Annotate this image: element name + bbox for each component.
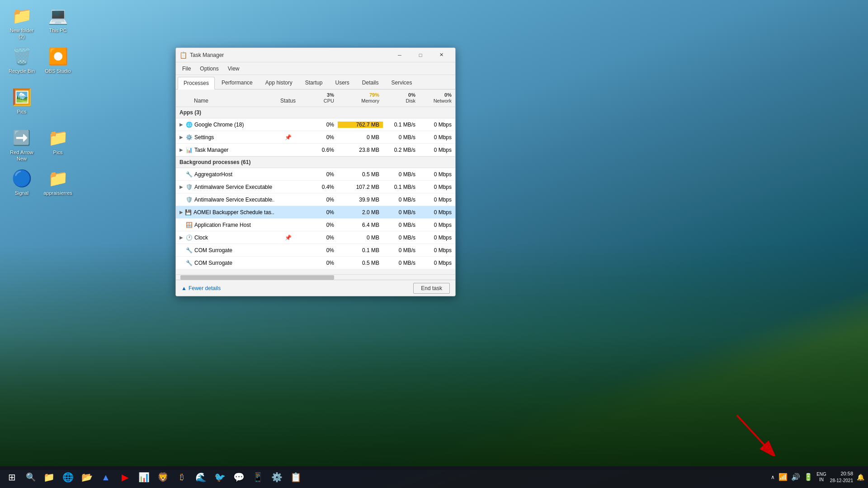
desktop-icon-label: Pics	[17, 108, 27, 115]
taskbar-brave[interactable]: 🦁	[154, 468, 172, 486]
maximize-button[interactable]: □	[410, 48, 431, 62]
row-chrome[interactable]: ▶ 🌐 Google Chrome (18) 0% 762.7 MB 0.1 M…	[176, 118, 455, 131]
expand-arrow[interactable]: ▶	[179, 210, 183, 215]
language-indicator[interactable]: ENG IN	[816, 472, 826, 483]
horizontal-scrollbar[interactable]	[176, 274, 455, 280]
tab-startup[interactable]: Startup	[299, 76, 329, 89]
end-task-button[interactable]: End task	[413, 283, 450, 294]
taskbar-whatsapp[interactable]: 📱	[249, 468, 267, 486]
row-app-frame-host[interactable]: 🪟 Application Frame Host 0% 6.4 MB 0 MB/…	[176, 219, 455, 231]
taskbar-chrome[interactable]: 🌐	[59, 468, 77, 486]
desktop-icon-red-arrow[interactable]: ➡️ Red ArrowNew	[4, 126, 40, 166]
tab-app-history[interactable]: App history	[259, 76, 298, 89]
expand-arrow[interactable]: ▶	[179, 184, 184, 189]
process-name: ▶ ⚙️ Settings	[176, 134, 274, 141]
tab-performance[interactable]: Performance	[216, 76, 259, 89]
process-name: 🪟 Application Frame Host	[176, 222, 274, 228]
col-header-status[interactable]: Status	[274, 97, 302, 105]
desktop-icon-new-folder[interactable]: 📁 New folder(2)	[4, 4, 40, 44]
disk-label: Disk	[387, 98, 415, 104]
desktop-icons: 📁 New folder(2) 💻 This PC 🗑️ Recycle Bin…	[4, 4, 76, 207]
desktop-icon-signal[interactable]: 🔵 Signal	[4, 166, 40, 207]
start-button[interactable]: ⊞	[4, 469, 20, 485]
row-antimalware1[interactable]: ▶ 🛡️ Antimalware Service Executable 0.4%…	[176, 181, 455, 193]
expand-arrow[interactable]: ▶	[179, 147, 184, 152]
tab-users[interactable]: Users	[329, 76, 355, 89]
desktop-icon-pics[interactable]: 🖼️ Pics	[4, 85, 40, 126]
desktop-icon-empty	[40, 85, 76, 126]
tm-app-icon: 📋	[179, 52, 187, 59]
close-button[interactable]: ✕	[431, 48, 452, 62]
taskbar-youtube[interactable]: ▶	[116, 468, 134, 486]
taskbar-explorer[interactable]: 📁	[40, 468, 58, 486]
row-clock[interactable]: ▶ 🕐 Clock 📌 0% 0 MB 0 MB/s 0 Mbps	[176, 231, 455, 244]
disk-cell: 0.2 MB/s	[383, 147, 419, 153]
memory-cell: 0 MB	[338, 134, 383, 141]
taskbar-messaging[interactable]: 💬	[230, 468, 248, 486]
memory-label: Memory	[341, 98, 379, 104]
battery-icon[interactable]: 🔋	[804, 473, 813, 481]
row-aggregator[interactable]: 🔧 AggregatorHost 0% 0.5 MB 0 MB/s 0 Mbps	[176, 168, 455, 181]
disk-pct: 0%	[387, 92, 415, 98]
memory-cell: 2.0 MB	[338, 209, 383, 216]
row-com-surrogate-2[interactable]: 🔧 COM Surrogate 0% 0.5 MB 0 MB/s 0 Mbps	[176, 257, 455, 269]
taskbar-twitter[interactable]: 🐦	[211, 468, 229, 486]
taskbar-edge[interactable]: 🌊	[192, 468, 210, 486]
col-header-name[interactable]: Name	[176, 97, 274, 105]
minimize-button[interactable]: ─	[389, 48, 410, 62]
process-icon: ⚙️	[186, 134, 193, 141]
expand-arrow[interactable]: ▶	[179, 135, 184, 140]
row-taskmanager[interactable]: ▶ 📊 Task Manager 0.6% 23.8 MB 0.2 MB/s 0…	[176, 144, 455, 156]
sound-icon[interactable]: 🔊	[791, 473, 800, 481]
taskbar-sheets[interactable]: 📊	[135, 468, 153, 486]
clock-display[interactable]: 20:58 28-12-2021	[830, 470, 853, 483]
row-settings[interactable]: ▶ ⚙️ Settings 📌 0% 0 MB 0 MB/s 0 Mbps	[176, 131, 455, 144]
col-header-disk[interactable]: 0% Disk	[383, 91, 419, 105]
search-button[interactable]: 🔍	[22, 468, 40, 486]
process-icon: 🛡️	[186, 184, 193, 190]
scrollbar-thumb[interactable]	[180, 275, 334, 280]
network-cell: 0 Mbps	[419, 260, 455, 266]
menu-options[interactable]: Options	[195, 62, 223, 75]
col-header-memory[interactable]: 79% Memory	[338, 91, 383, 105]
row-com-surrogate-1[interactable]: 🔧 COM Surrogate 0% 0.1 MB 0 MB/s 0 Mbps	[176, 244, 455, 257]
window-controls: ─ □ ✕	[389, 48, 452, 62]
expand-arrow[interactable]: ▶	[179, 122, 184, 127]
signal-icon: 🔵	[12, 169, 31, 188]
expand-arrow[interactable]: ▶	[179, 235, 184, 240]
taskbar-folder[interactable]: 📂	[78, 468, 96, 486]
fewer-details-button[interactable]: ▲ Fewer details	[181, 285, 221, 291]
row-aomei[interactable]: ▶ 💾 AOMEI Backupper Schedule tas... 0% 2…	[176, 206, 455, 219]
desktop-icon-this-pc[interactable]: 💻 This PC	[40, 4, 76, 44]
menu-view[interactable]: View	[223, 62, 244, 75]
process-name: ▶ 🛡️ Antimalware Service Executable	[176, 184, 274, 190]
network-cell: 0 Mbps	[419, 197, 455, 203]
desktop-icon-recycle-bin[interactable]: 🗑️ Recycle Bin	[4, 44, 40, 85]
disk-cell: 0 MB/s	[383, 247, 419, 253]
process-icon: 🌐	[186, 122, 193, 128]
col-header-cpu[interactable]: 3% CPU	[302, 91, 338, 105]
cpu-cell: 0%	[302, 235, 338, 241]
tab-details[interactable]: Details	[356, 76, 385, 89]
network-cell: 0 Mbps	[419, 147, 455, 153]
taskbar-drive[interactable]: ▲	[97, 468, 115, 486]
tray-chevron-icon[interactable]: ∧	[771, 474, 775, 480]
notification-icon[interactable]: 🔔	[857, 474, 864, 481]
desktop-icon-pics2[interactable]: 📁 Pics	[40, 126, 76, 166]
desktop-icon-appraisierres[interactable]: 📁 appraisierres	[40, 166, 76, 207]
process-list[interactable]: Apps (3) ▶ 🌐 Google Chrome (18) 0% 762.7…	[176, 107, 455, 274]
pics-icon: 🖼️	[12, 88, 31, 107]
network-icon[interactable]: 📶	[778, 473, 788, 481]
tab-processes[interactable]: Processes	[178, 77, 215, 89]
tab-services[interactable]: Services	[386, 76, 418, 89]
memory-cell: 762.7 MB	[338, 122, 383, 128]
cpu-pct: 3%	[305, 92, 334, 98]
desktop-icon-obs[interactable]: ⏺️ OBS Studio	[40, 44, 76, 85]
taskbar-settings[interactable]: ⚙️	[268, 468, 286, 486]
cpu-cell: 0%	[302, 222, 338, 228]
menu-file[interactable]: File	[178, 62, 195, 75]
taskbar-task-manager[interactable]: 📋	[287, 468, 305, 486]
col-header-network[interactable]: 0% Network	[419, 91, 455, 105]
row-antimalware2[interactable]: 🛡️ Antimalware Service Executable... 0% …	[176, 193, 455, 206]
taskbar-btc[interactable]: ₿	[173, 468, 191, 486]
